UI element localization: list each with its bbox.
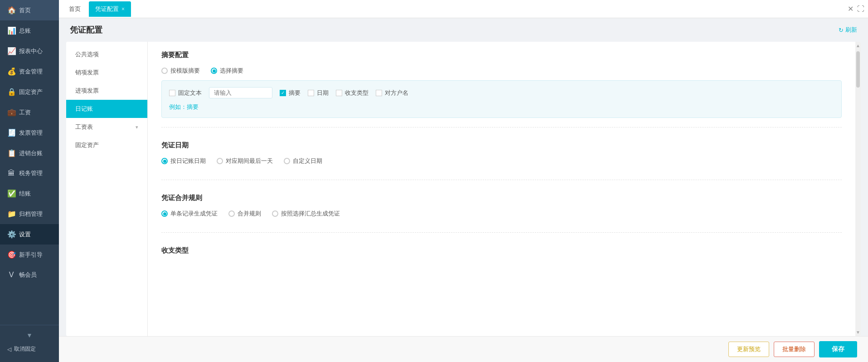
sidebar-label-asset: 固定资产 (19, 88, 43, 96)
sidebar-label-archive: 归档管理 (19, 210, 43, 218)
merge-rule-option[interactable]: 合并规则 (228, 210, 261, 218)
sidebar-item-tax[interactable]: 🏛税务管理 (0, 163, 59, 183)
sidebar-item-invoice-mgmt[interactable]: 🧾发票管理 (0, 122, 59, 143)
sidebar-item-vip[interactable]: V畅会员 (0, 265, 59, 285)
summary-title: 摘要配置 (161, 51, 842, 59)
counterpart-checkbox[interactable] (376, 90, 382, 96)
sidebar-item-settings[interactable]: ⚙️设置 (0, 224, 59, 245)
sidebar-pin-label: 取消固定 (14, 345, 36, 353)
pay-type-checkbox[interactable] (336, 90, 342, 96)
sidebar-icon-ledger: 📊 (7, 26, 15, 35)
close-window-icon[interactable]: ✕ (848, 5, 853, 13)
date-section-title: 凭证日期 (161, 141, 842, 150)
single-option[interactable]: 单条记录生成凭证 (161, 210, 218, 218)
single-radio[interactable] (161, 210, 168, 217)
sidebar-item-salary[interactable]: 💼工资 (0, 102, 59, 122)
sidebar-item-archive[interactable]: 📁归档管理 (0, 204, 59, 224)
select-merge-label: 按照选择汇总生成凭证 (281, 210, 340, 218)
select-merge-radio[interactable] (272, 210, 278, 217)
refresh-icon: ↻ (839, 27, 844, 34)
sidebar-icon-settings: ⚙️ (7, 230, 15, 239)
left-menu-label-public: 公共选项 (75, 50, 99, 59)
left-menu: 公共选项销项发票进项发票日记账工资表▾固定资产 (66, 42, 148, 336)
fixed-text-input[interactable] (209, 87, 272, 98)
update-preview-button[interactable]: 更新预览 (728, 342, 769, 357)
journal-date-option[interactable]: 按日记账日期 (161, 157, 206, 165)
sidebar-label-vip: 畅会员 (19, 271, 37, 279)
scroll-thumb[interactable] (856, 51, 860, 88)
page-header: 凭证配置 ↻ 刷新 (59, 18, 868, 42)
sidebar-label-salary: 工资 (19, 108, 31, 117)
left-menu-label-purchase-invoice: 进项发票 (75, 87, 99, 95)
left-menu-item-salary-table[interactable]: 工资表▾ (66, 118, 147, 136)
fixed-text-checkbox[interactable] (169, 90, 175, 96)
sidebar-scroll-down[interactable]: ▼ (0, 330, 59, 341)
left-menu-item-journal[interactable]: 日记账 (66, 100, 147, 118)
abstract-checkbox[interactable]: ✓ (280, 90, 286, 96)
summary-checkboxes-row: 固定文本 ✓ 摘要 日期 收支类型 (169, 87, 834, 98)
scroll-down-btn[interactable]: ▼ (854, 328, 861, 336)
sidebar-label-settle: 结账 (19, 190, 31, 198)
pay-type-label: 收支类型 (345, 89, 369, 97)
summary-template-radio[interactable] (161, 68, 168, 74)
last-day-option[interactable]: 对应期间最后一天 (217, 157, 273, 165)
date-section: 凭证日期 按日记账日期 对应期间最后一天 自定义日期 (161, 141, 842, 180)
left-menu-item-fixed-assets[interactable]: 固定资产 (66, 136, 147, 154)
counterpart-label: 对方户名 (385, 89, 408, 97)
custom-date-radio[interactable] (284, 158, 290, 164)
tab-home[interactable]: 首页 (63, 1, 87, 17)
tab-voucher-config[interactable]: 凭证配置× (89, 1, 131, 17)
counterpart-option[interactable]: 对方户名 (376, 89, 408, 97)
batch-delete-button[interactable]: 批量删除 (774, 342, 815, 357)
summary-select-label: 选择摘要 (220, 67, 243, 75)
refresh-button[interactable]: ↻ 刷新 (839, 26, 857, 34)
sidebar-item-guide[interactable]: 🎯新手引导 (0, 245, 59, 265)
income-type-section: 收支类型 (161, 246, 842, 271)
scrollbar[interactable]: ▲ ▼ (855, 42, 861, 336)
sidebar-item-fund[interactable]: 💰资金管理 (0, 61, 59, 82)
save-button[interactable]: 保存 (819, 341, 857, 357)
summary-preview: 例如：摘要 (169, 103, 834, 111)
journal-date-label: 按日记账日期 (170, 157, 206, 165)
summary-select-radio[interactable] (211, 68, 217, 74)
custom-date-option[interactable]: 自定义日期 (284, 157, 322, 165)
select-merge-option[interactable]: 按照选择汇总生成凭证 (272, 210, 340, 218)
left-menu-item-sales-invoice[interactable]: 销项发票 (66, 64, 147, 82)
left-menu-item-purchase-invoice[interactable]: 进项发票 (66, 82, 147, 100)
tab-close-voucher-config[interactable]: × (121, 6, 125, 12)
date-option[interactable]: 日期 (308, 89, 329, 97)
sidebar-label-tax: 税务管理 (19, 169, 43, 177)
summary-template-option[interactable]: 按模版摘要 (161, 67, 200, 75)
left-menu-item-public[interactable]: 公共选项 (66, 45, 147, 64)
abstract-label: 摘要 (289, 89, 301, 97)
sidebar-item-report[interactable]: 📈报表中心 (0, 41, 59, 61)
sidebar-label-invoice-mgmt: 发票管理 (19, 129, 43, 137)
merge-section-title: 凭证合并规则 (161, 194, 842, 202)
journal-date-radio[interactable] (161, 158, 168, 164)
sidebar-item-home[interactable]: 🏠首页 (0, 0, 59, 20)
sidebar-label-fund: 资金管理 (19, 68, 43, 76)
date-checkbox[interactable] (308, 90, 314, 96)
sidebar-pin-button[interactable]: ◁ 取消固定 (0, 341, 59, 357)
last-day-radio[interactable] (217, 158, 223, 164)
sidebar-bottom: ▼ ◁ 取消固定 (0, 325, 59, 362)
fixed-text-option[interactable]: 固定文本 (169, 89, 202, 97)
sidebar-item-sales-ledger[interactable]: 📋进销台账 (0, 143, 59, 163)
sidebar-item-asset[interactable]: 🔒固定资产 (0, 82, 59, 102)
sidebar-item-ledger[interactable]: 📊总账 (0, 20, 59, 41)
summary-config-box: 固定文本 ✓ 摘要 日期 收支类型 (161, 80, 842, 118)
summary-select-option[interactable]: 选择摘要 (211, 67, 243, 75)
chevron-icon: ▾ (136, 124, 138, 130)
abstract-option[interactable]: ✓ 摘要 (280, 89, 301, 97)
summary-template-label: 按模版摘要 (170, 67, 200, 75)
merge-rule-radio[interactable] (228, 210, 235, 217)
sidebar-icon-sales-ledger: 📋 (7, 149, 15, 157)
fullscreen-icon[interactable]: ⛶ (857, 5, 864, 13)
scroll-up-btn[interactable]: ▲ (854, 42, 861, 49)
sidebar-icon-fund: 💰 (7, 67, 15, 76)
bottom-toolbar: 更新预览 批量删除 保存 (59, 336, 868, 362)
left-menu-label-sales-invoice: 销项发票 (75, 68, 99, 77)
sidebar-item-settle[interactable]: ✅结账 (0, 183, 59, 204)
sidebar-label-guide: 新手引导 (19, 251, 43, 259)
pay-type-option[interactable]: 收支类型 (336, 89, 369, 97)
